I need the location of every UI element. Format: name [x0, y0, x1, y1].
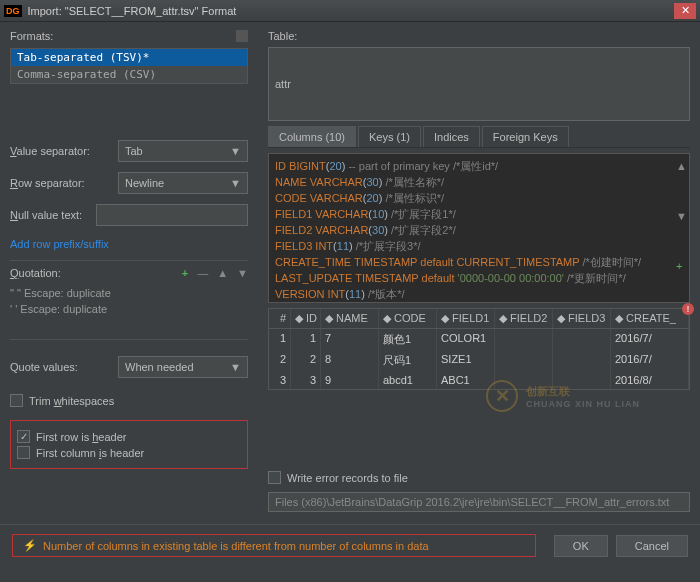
- quote-values-label: Quote values:: [10, 361, 110, 373]
- col-header[interactable]: ◆ FIELD3: [553, 309, 611, 328]
- formats-list[interactable]: Tab-separated (TSV)* Comma-separated (CS…: [10, 48, 248, 84]
- first-col-header-checkbox[interactable]: [17, 446, 30, 459]
- col-header[interactable]: ◆ CODE: [379, 309, 437, 328]
- add-icon[interactable]: +: [182, 267, 188, 279]
- list-item[interactable]: Tab-separated (TSV)*: [11, 49, 247, 66]
- app-icon: DG: [4, 5, 22, 17]
- remove-icon[interactable]: —: [197, 267, 208, 279]
- table-row[interactable]: 339abcd1ABC12016/8/: [269, 371, 689, 389]
- value-separator-label: Value separator:: [10, 145, 110, 157]
- null-value-label: Null value text:: [10, 209, 88, 221]
- col-header[interactable]: ◆ FIELD1: [437, 309, 495, 328]
- header-options-box: First row is header First column is head…: [10, 420, 248, 469]
- list-item[interactable]: Comma-separated (CSV): [11, 66, 247, 83]
- quote-values-select[interactable]: When needed▼: [118, 356, 248, 378]
- col-header[interactable]: #: [269, 309, 291, 328]
- schema-editor[interactable]: ID BIGINT(20) -- part of primary key /*属…: [268, 153, 690, 303]
- list-item[interactable]: " " Escape: duplicate: [10, 285, 248, 301]
- add-icon[interactable]: +: [676, 258, 687, 274]
- trim-whitespaces-label: Trim whitespaces: [29, 395, 114, 407]
- write-errors-label: Write error records to file: [287, 472, 408, 484]
- preview-table: ! # ◆ ID ◆ NAME ◆ CODE ◆ FIELD1 ◆ FIELD2…: [268, 308, 690, 390]
- list-item[interactable]: ' ' Escape: duplicate: [10, 301, 248, 317]
- move-down-icon[interactable]: ▼: [237, 267, 248, 279]
- quotation-list[interactable]: " " Escape: duplicate ' ' Escape: duplic…: [10, 285, 248, 317]
- col-header[interactable]: ◆ NAME: [321, 309, 379, 328]
- tab-keys[interactable]: Keys (1): [358, 126, 421, 147]
- value-separator-select[interactable]: Tab▼: [118, 140, 248, 162]
- col-header[interactable]: ◆ ID: [291, 309, 321, 328]
- first-row-header-label: First row is header: [36, 431, 127, 443]
- null-value-input[interactable]: [96, 204, 248, 226]
- save-icon[interactable]: [236, 30, 248, 42]
- formats-label: Formats:: [10, 30, 53, 42]
- title-bar: DG Import: "SELECT__FROM_attr.tsv" Forma…: [0, 0, 700, 22]
- ok-button[interactable]: OK: [554, 535, 608, 557]
- quotation-label: Quotation:: [10, 267, 61, 279]
- window-title: Import: "SELECT__FROM_attr.tsv" Format: [28, 5, 675, 17]
- tab-indices[interactable]: Indices: [423, 126, 480, 147]
- move-down-icon[interactable]: ▼: [676, 208, 687, 224]
- col-header[interactable]: ◆ CREATE_: [611, 309, 689, 328]
- error-file-path[interactable]: Files (x86)\JetBrains\DataGrip 2016.2\jr…: [268, 492, 690, 512]
- add-prefix-suffix-link[interactable]: Add row prefix/suffix: [10, 238, 248, 250]
- cancel-button[interactable]: Cancel: [616, 535, 688, 557]
- first-row-header-checkbox[interactable]: [17, 430, 30, 443]
- trim-whitespaces-checkbox[interactable]: [10, 394, 23, 407]
- write-errors-checkbox[interactable]: [268, 471, 281, 484]
- col-header[interactable]: ◆ FIELD2: [495, 309, 553, 328]
- error-badge-icon: !: [682, 303, 694, 315]
- close-icon[interactable]: ✕: [674, 3, 696, 19]
- table-label: Table:: [268, 30, 690, 42]
- move-up-icon[interactable]: ▲: [217, 267, 228, 279]
- tabs: Columns (10) Keys (1) Indices Foreign Ke…: [268, 126, 690, 148]
- tab-columns[interactable]: Columns (10): [268, 126, 356, 147]
- warning-banner: ⚡ Number of columns in existing table is…: [12, 534, 536, 557]
- row-separator-select[interactable]: Newline▼: [118, 172, 248, 194]
- tab-foreign-keys[interactable]: Foreign Keys: [482, 126, 569, 147]
- first-col-header-label: First column is header: [36, 447, 144, 459]
- table-row[interactable]: 228尺码1SIZE12016/7/: [269, 350, 689, 371]
- chevron-down-icon: ▼: [230, 145, 241, 157]
- warning-icon: ⚡: [23, 539, 37, 552]
- table-name-input[interactable]: [268, 47, 690, 121]
- chevron-down-icon: ▼: [230, 361, 241, 373]
- table-row[interactable]: 117颜色1COLOR12016/7/: [269, 329, 689, 350]
- move-up-icon[interactable]: ▲: [676, 158, 687, 174]
- row-separator-label: Row separator:: [10, 177, 110, 189]
- chevron-down-icon: ▼: [230, 177, 241, 189]
